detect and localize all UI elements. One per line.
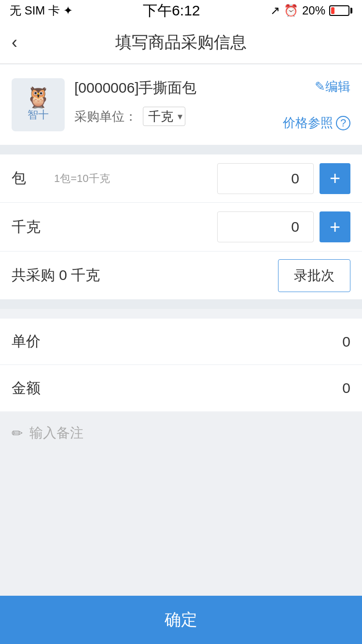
bag-label: 包 xyxy=(12,168,50,188)
amount-label: 金额 xyxy=(12,378,41,398)
amount-row: 金额 0 xyxy=(0,365,362,411)
unit-price-label: 单价 xyxy=(12,332,41,351)
kg-quantity-input[interactable] xyxy=(217,211,314,242)
price-ref-help-icon: ? xyxy=(336,116,350,130)
bag-input-row: 包 1包=10千克 + xyxy=(0,154,362,203)
status-time: 下午6:12 xyxy=(143,1,200,21)
product-card: 🦉 智十 [0000006]手撕面包 采购单位： 千克 ✎编辑 价格参照 ? xyxy=(0,65,362,145)
kg-plus-button[interactable]: + xyxy=(320,211,350,242)
bag-input-control: + xyxy=(217,163,350,194)
unit-select-wrap[interactable]: 千克 xyxy=(143,107,185,126)
page-title: 填写商品采购信息 xyxy=(115,31,247,54)
back-button[interactable]: ‹ xyxy=(12,32,17,53)
alarm-icon: ⏰ xyxy=(284,4,298,17)
batch-button[interactable]: 录批次 xyxy=(278,259,350,292)
price-ref-button[interactable]: 价格参照 ? xyxy=(283,114,350,131)
bag-plus-button[interactable]: + xyxy=(320,163,350,194)
location-icon: ↗ xyxy=(270,4,280,17)
sim-status: 无 SIM 卡 ✦ xyxy=(10,3,73,18)
status-bar: 无 SIM 卡 ✦ 下午6:12 ↗ ⏰ 20% xyxy=(0,0,362,21)
content-area xyxy=(0,454,362,599)
thumb-owl-icon: 🦉 xyxy=(26,87,51,108)
divider-1 xyxy=(0,145,362,154)
confirm-button[interactable]: 确定 xyxy=(0,596,362,644)
confirm-button-label: 确定 xyxy=(165,609,197,631)
product-thumbnail: 🦉 智十 xyxy=(12,78,65,131)
battery-percent: 20% xyxy=(302,4,325,17)
summary-row: 共采购 0 千克 录批次 xyxy=(0,251,362,299)
status-right: ↗ ⏰ 20% xyxy=(270,4,352,17)
remark-placeholder: 输入备注 xyxy=(29,424,84,442)
unit-label: 采购单位： xyxy=(74,108,137,125)
kg-input-row: 千克 + xyxy=(0,203,362,251)
edit-button[interactable]: ✎编辑 xyxy=(315,78,350,95)
bag-sub-label: 1包=10千克 xyxy=(54,171,217,186)
price-ref-label: 价格参照 xyxy=(283,114,333,131)
thumb-brand-label: 智十 xyxy=(28,108,49,122)
kg-input-control: + xyxy=(217,211,350,242)
input-section: 包 1包=10千克 + 千克 + xyxy=(0,154,362,251)
unit-select[interactable]: 千克 xyxy=(143,107,185,126)
divider-2 xyxy=(0,299,362,309)
kg-label: 千克 xyxy=(12,217,50,237)
remark-icon: ✏ xyxy=(12,425,23,441)
amount-value: 0 xyxy=(342,380,350,396)
battery-icon xyxy=(329,5,352,16)
price-section: 单价 0 金额 0 xyxy=(0,319,362,411)
unit-price-value: 0 xyxy=(342,334,350,350)
status-left: 无 SIM 卡 ✦ xyxy=(10,3,73,18)
nav-bar: ‹ 填写商品采购信息 xyxy=(0,21,362,64)
bag-quantity-input[interactable] xyxy=(217,163,314,194)
remark-section[interactable]: ✏ 输入备注 xyxy=(0,412,362,454)
unit-price-row: 单价 0 xyxy=(0,319,362,365)
summary-text: 共采购 0 千克 xyxy=(12,266,100,285)
product-name: [0000006]手撕面包 xyxy=(74,78,350,98)
